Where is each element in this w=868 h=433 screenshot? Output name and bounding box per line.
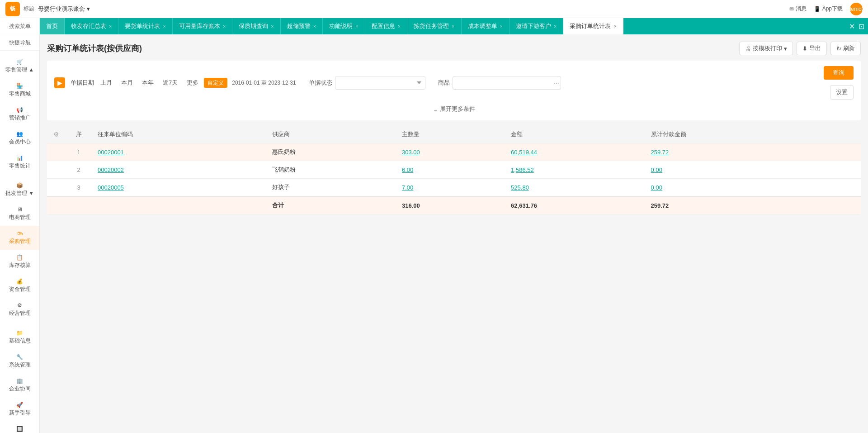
close-icon[interactable]: × — [500, 24, 503, 29]
avatar[interactable]: demo2 — [850, 3, 863, 15]
expand-tab-button[interactable]: ⊡ — [859, 22, 864, 31]
close-icon[interactable]: × — [271, 24, 274, 29]
row-code[interactable]: 00020002 — [92, 161, 267, 179]
row-paid[interactable]: 0.00 — [646, 179, 820, 197]
export-button[interactable]: ⬇ 导出 — [797, 42, 827, 55]
filter-toggle-button[interactable]: ▶ — [54, 77, 65, 88]
table-col-settings[interactable]: ⚙ — [47, 126, 65, 143]
row-amount[interactable]: 525.80 — [505, 179, 645, 197]
row-check[interactable] — [47, 179, 65, 197]
date-this-year[interactable]: 本年 — [138, 78, 157, 88]
sidebar-item-ecommerce[interactable]: 🖥 电商管理 — [0, 202, 39, 226]
row-code[interactable]: 00020005 — [92, 179, 267, 197]
goods-input[interactable] — [453, 76, 561, 90]
sidebar-item-system[interactable]: 🔧 系统管理 — [0, 349, 39, 373]
print-button[interactable]: 🖨 按模板打印 ▾ — [739, 42, 793, 55]
enterprise-icon: 🏢 — [16, 378, 23, 384]
date-more[interactable]: 更多 — [183, 78, 202, 88]
status-select[interactable] — [335, 76, 425, 90]
date-custom-badge[interactable]: 自定义 — [204, 78, 227, 88]
date-last-month[interactable]: 上月 — [97, 78, 116, 88]
tab-pick-task[interactable]: 拣货任务管理 × — [407, 18, 461, 34]
tab-order-stat[interactable]: 要货单统计表 × — [118, 18, 172, 34]
sidebar-search[interactable]: 搜索菜单 — [0, 18, 39, 35]
chevron-down-icon: ▾ — [784, 45, 787, 52]
row-qty[interactable]: 7.00 — [396, 179, 505, 197]
sidebar-item-newguide[interactable]: 🚀 新手引导 — [0, 397, 39, 421]
goods-filter-label: 商品 — [438, 79, 450, 87]
sidebar-item-retail[interactable]: 🛒 零售管理 ▲ — [0, 54, 39, 78]
sidebar-item-base[interactable]: 📁 基础信息 — [0, 325, 39, 349]
row-paid[interactable]: 259.72 — [646, 143, 820, 161]
row-code[interactable]: 00020001 — [92, 143, 267, 161]
row-amount[interactable]: 60,519.44 — [505, 143, 645, 161]
row-check[interactable] — [47, 161, 65, 179]
sidebar-item-retail-stat[interactable]: 📊 零售统计 — [0, 150, 39, 174]
workspace-selector[interactable]: 母婴行业演示账套 ▾ — [38, 5, 90, 13]
goods-more-icon[interactable]: ··· — [554, 79, 559, 86]
filter-section: ▶ 单据日期 上月 本月 本年 近7天 更多 自定义 2016-01-01 至 … — [47, 61, 861, 120]
tab-config[interactable]: 配置信息 × — [365, 18, 407, 34]
tab-receive-summary[interactable]: 收发存汇总表 × — [65, 18, 118, 34]
tab-warranty[interactable]: 保质期查询 × — [232, 18, 280, 34]
close-icon[interactable]: × — [452, 24, 454, 29]
settings-button[interactable]: 设置 — [830, 85, 854, 100]
row-qty[interactable]: 303.00 — [396, 143, 505, 161]
tab-purchase-stat[interactable]: 采购订单统计表 × — [563, 18, 623, 34]
close-icon[interactable]: × — [554, 24, 557, 29]
sidebar-item-operation[interactable]: ⚙ 经营管理 — [0, 298, 39, 322]
date-this-month[interactable]: 本月 — [118, 78, 137, 88]
close-icon[interactable]: × — [109, 24, 112, 29]
row-amount[interactable]: 1,586.52 — [505, 161, 645, 179]
close-icon[interactable]: × — [313, 24, 316, 29]
close-tab-button[interactable]: ✕ — [849, 22, 855, 31]
refresh-button[interactable]: ↻ 刷新 — [830, 42, 861, 55]
tab-overstock[interactable]: 超储预警 × — [281, 18, 323, 34]
sidebar-item-enterprise[interactable]: 🏢 企业协同 — [0, 373, 39, 397]
close-icon[interactable]: × — [355, 24, 358, 29]
content-area: 首页 收发存汇总表 × 要货单统计表 × 可用量库存账本 × 保质期查询 × 超… — [40, 18, 868, 433]
app-download-button[interactable]: 📱 App下载 — [814, 5, 843, 13]
sidebar-item-member[interactable]: 👥 会员中心 — [0, 126, 39, 150]
appstore-icon: 🔲 — [16, 426, 23, 432]
date-filter-label: 单据日期 — [71, 79, 94, 87]
filter-query-section: 查询 设置 — [824, 66, 854, 100]
message-button[interactable]: ✉ 消息 — [789, 5, 807, 13]
page-title: 采购订单统计表(按供应商) — [47, 43, 142, 54]
close-icon[interactable]: × — [613, 24, 616, 29]
sidebar-item-label: 系统管理 — [9, 361, 31, 369]
date-7days[interactable]: 近7天 — [159, 78, 181, 88]
close-icon[interactable]: × — [223, 24, 226, 29]
operation-icon: ⚙ — [17, 302, 22, 309]
row-qty[interactable]: 6.00 — [396, 161, 505, 179]
sidebar-item-marketing[interactable]: 📢 营销推广 — [0, 102, 39, 126]
tab-home[interactable]: 首页 — [40, 18, 65, 34]
expand-more-button[interactable]: ⌄ 展开更多条件 — [426, 103, 482, 115]
sidebar-item-label: 新手引导 — [9, 409, 31, 417]
sidebar-item-inventory[interactable]: 📋 库存核算 — [0, 250, 39, 274]
sidebar-item-wholesale[interactable]: 📦 批发管理 ▼ — [0, 178, 39, 202]
table-footer-row: 合计 316.00 62,631.76 259.72 — [47, 196, 861, 214]
row-check[interactable] — [47, 143, 65, 161]
sidebar-item-purchase[interactable]: 🛍 采购管理 — [0, 226, 39, 250]
close-icon[interactable]: × — [398, 24, 401, 29]
row-paid[interactable]: 0.00 — [646, 161, 820, 179]
sidebar-item-appstore[interactable]: 🔲 应用中心 — [0, 421, 39, 433]
row-empty — [820, 143, 861, 161]
footer-empty — [820, 196, 861, 214]
table-container: ⚙ 序 往来单位编码 供应商 主数量 金额 累计付款金额 — [47, 126, 861, 214]
table-col-no: 序 — [65, 126, 92, 143]
tab-available-stock[interactable]: 可用量库存账本 × — [173, 18, 232, 34]
query-button[interactable]: 查询 — [824, 66, 854, 80]
tab-label: 超储预警 — [287, 22, 311, 30]
sidebar-item-label: 库存核算 — [9, 262, 31, 269]
tab-cost-adjust[interactable]: 成本调整单 × — [462, 18, 509, 34]
table-col-code: 往来单位编码 — [92, 126, 267, 143]
tab-invite-customer[interactable]: 邀请下游客户 × — [509, 18, 563, 34]
print-icon: 🖨 — [745, 45, 751, 52]
sidebar-item-retail-shop[interactable]: 🏪 零售商城 — [0, 78, 39, 102]
close-icon[interactable]: × — [163, 24, 165, 29]
sidebar-item-finance[interactable]: 💰 资金管理 — [0, 274, 39, 298]
sidebar-quick-nav[interactable]: 快捷导航 — [0, 35, 39, 51]
tab-funcguide[interactable]: 功能说明 × — [323, 18, 365, 34]
